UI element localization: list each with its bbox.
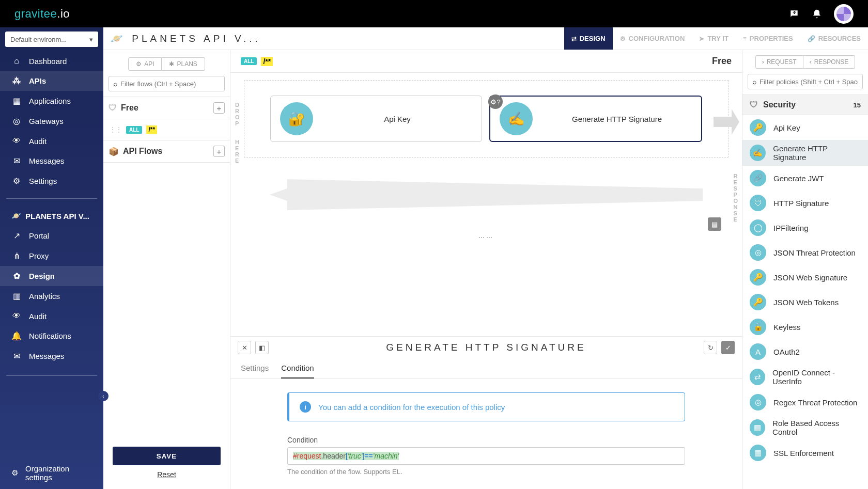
policy-item[interactable]: ▦Role Based Access Control (742, 415, 868, 440)
help-icon[interactable] (788, 8, 800, 20)
tab-plans[interactable]: ✱PLANS (162, 57, 205, 71)
nav-icon: ⁂ (11, 76, 22, 86)
tab-condition[interactable]: Condition (281, 358, 314, 378)
method-pill: ALL (126, 126, 142, 134)
tab-icon: ≡ (743, 35, 747, 42)
logo: gravitee.io (14, 7, 70, 21)
tab-api[interactable]: ⚙API (128, 57, 162, 71)
search-flows[interactable]: ⌕ (109, 76, 225, 91)
topbar: gravitee.io (0, 0, 868, 27)
policy-item[interactable]: ◎JSON Threat Protection (742, 240, 868, 265)
response-label: RESPONSE (733, 173, 739, 223)
nav-item-applications[interactable]: ▦Applications (0, 91, 103, 111)
api-name-header: 🪐PLANETS API V... (0, 206, 103, 226)
search-icon: ⌕ (752, 77, 756, 86)
policy-icon: 🔗 (750, 170, 766, 186)
response-lane[interactable] (244, 169, 729, 220)
policy-item[interactable]: 🔑JSON Web Tokens (742, 290, 868, 314)
expand-button[interactable]: ◧ (255, 341, 269, 354)
asterisk-icon: ✱ (169, 60, 174, 68)
policy-detail-panel: ✕ ◧ GENERATE HTTP SIGNATURE ↻ ✓ Settings… (230, 336, 742, 489)
search-policies[interactable]: ⌕ (748, 74, 863, 89)
nav-item-notifications[interactable]: 🔔Notifications (0, 326, 103, 346)
page-header: 🪐 PLANETS API V... ⇄DESIGN⚙CONFIGURATION… (103, 27, 868, 50)
gear-icon[interactable]: ⚙? (488, 94, 503, 109)
policy-item[interactable]: ◯IPFiltering (742, 215, 868, 240)
organization-settings[interactable]: ⚙Organization settings (0, 457, 103, 489)
nav-item-apis[interactable]: ⁂APIs (0, 71, 103, 91)
tab-request[interactable]: ›REQUEST (755, 55, 803, 69)
category-security[interactable]: 🛡Security 15 (742, 94, 868, 115)
group-free[interactable]: 🛡Free + (103, 97, 230, 119)
page-title: 🪐 PLANETS API V... (111, 33, 261, 44)
group-api-flows[interactable]: 📦API Flows + (103, 140, 230, 163)
request-lane[interactable]: 🔐 Api Key ⚙? ✍ Generate HTTP Signature (244, 80, 729, 157)
nav-item-analytics[interactable]: ▥Analytics (0, 286, 103, 306)
policy-item[interactable]: ◎Regex Threat Protection (742, 390, 868, 415)
tab-design[interactable]: ⇄DESIGN (564, 27, 613, 50)
nav-icon: ⌂ (11, 56, 22, 66)
collapse-sidebar-button[interactable]: ‹ (98, 391, 109, 401)
search-flows-input[interactable] (120, 80, 220, 88)
user-avatar[interactable] (834, 4, 854, 24)
tab-configuration[interactable]: ⚙CONFIGURATION (613, 27, 692, 50)
flow-path: /** (261, 57, 273, 66)
tab-resources[interactable]: 🔗RESOURCES (800, 27, 868, 50)
tab-response[interactable]: ‹RESPONSE (803, 55, 856, 69)
nav-icon: ⋔ (11, 251, 22, 261)
search-icon: ⌕ (113, 80, 117, 88)
flow-row[interactable]: ⋮⋮ ALL /** (103, 119, 230, 140)
chevron-left-icon: ‹ (810, 58, 812, 66)
policy-item[interactable]: ⇄OpenID Connect - UserInfo (742, 364, 868, 390)
nav-icon: ✉ (11, 156, 22, 166)
nav-item-gateways[interactable]: ◎Gateways (0, 111, 103, 131)
close-button[interactable]: ✕ (238, 341, 251, 354)
nav-item-design[interactable]: ✿Design (0, 266, 103, 286)
reset-button[interactable]: Reset (157, 470, 176, 479)
policy-item[interactable]: 🔒Keyless (742, 314, 868, 339)
policy-api-key[interactable]: 🔐 Api Key (270, 96, 482, 142)
policy-icon: ⇄ (750, 369, 765, 385)
chevron-down-icon: ▾ (89, 36, 93, 43)
nav-item-messages[interactable]: ✉Messages (0, 151, 103, 171)
environment-selector[interactable]: Default environm...▾ (5, 31, 98, 47)
condition-input[interactable]: #request.header['truc']=='machin' (287, 447, 685, 465)
nav-item-portal[interactable]: ↗Portal (0, 226, 103, 246)
add-flow-button[interactable]: + (213, 102, 225, 114)
policy-item[interactable]: ▦SSL Enforcement (742, 440, 868, 465)
nav-icon: ✿ (11, 271, 22, 281)
confirm-button[interactable]: ✓ (721, 341, 735, 354)
refresh-button[interactable]: ↻ (704, 341, 717, 354)
notifications-icon[interactable] (811, 8, 823, 20)
drag-handle-icon[interactable]: ⋮⋮ (110, 126, 122, 133)
nav-item-dashboard[interactable]: ⌂Dashboard (0, 51, 103, 71)
flows-panel: ⚙API ✱PLANS ⌕ 🛡Free + ⋮⋮ ALL /** 📦A (103, 50, 230, 489)
add-flow-button[interactable]: + (213, 146, 225, 157)
resize-handle[interactable]: ⋯⋯ (244, 234, 729, 241)
shield-icon: 🛡 (109, 103, 117, 113)
policy-item[interactable]: 🔑Api Key (742, 115, 868, 140)
drop-label: DROP (235, 102, 241, 127)
nav-item-settings[interactable]: ⚙Settings (0, 171, 103, 191)
nav-item-audit[interactable]: 👁Audit (0, 131, 103, 151)
policy-generate-http-signature[interactable]: ⚙? ✍ Generate HTTP Signature (489, 96, 702, 142)
save-button[interactable]: SAVE (113, 447, 221, 465)
method-pill: ALL (241, 57, 257, 65)
tab-properties[interactable]: ≡PROPERTIES (736, 27, 800, 50)
plan-name: Free (712, 56, 732, 67)
policy-item[interactable]: 🛡HTTP Signature (742, 191, 868, 215)
nav-item-messages[interactable]: ✉Messages (0, 346, 103, 366)
nav-icon: ✉ (11, 351, 22, 361)
tab-try it[interactable]: ➤TRY IT (692, 27, 735, 50)
policy-icon: 🔑 (750, 269, 766, 286)
policy-item[interactable]: AOAuth2 (742, 339, 868, 364)
policy-item[interactable]: ✍Generate HTTP Signature (742, 140, 868, 166)
policy-item[interactable]: 🔗Generate JWT (742, 166, 868, 191)
detail-title: GENERATE HTTP SIGNATURE (269, 342, 704, 353)
nav-item-proxy[interactable]: ⋔Proxy (0, 246, 103, 266)
nav-item-audit[interactable]: 👁Audit (0, 306, 103, 326)
tab-settings[interactable]: Settings (241, 358, 269, 378)
policy-icon: ▦ (750, 445, 766, 461)
policy-item[interactable]: 🔑JSON Web Signature (742, 265, 868, 290)
search-policies-input[interactable] (760, 78, 858, 86)
